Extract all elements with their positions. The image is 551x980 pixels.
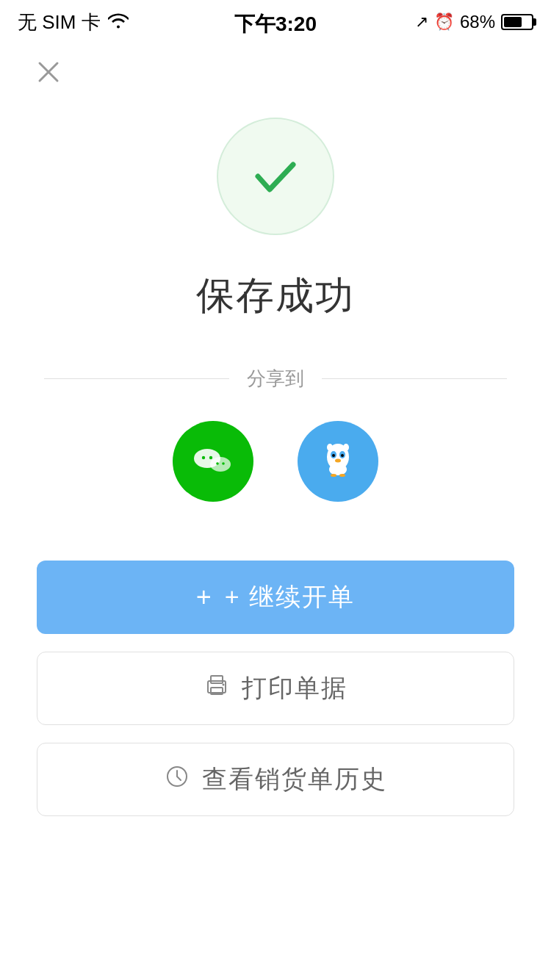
status-left: 无 SIM 卡 <box>18 10 129 35</box>
qq-share-button[interactable] <box>298 421 378 502</box>
svg-point-5 <box>209 456 212 459</box>
svg-point-3 <box>210 457 231 472</box>
divider-left <box>44 378 229 379</box>
alarm-icon: ⏰ <box>434 12 454 32</box>
wechat-share-button[interactable] <box>173 421 253 502</box>
battery-icon <box>501 14 533 30</box>
success-icon-circle <box>217 118 334 235</box>
svg-point-15 <box>331 474 336 477</box>
status-right: ↗ ⏰ 68% <box>415 12 533 32</box>
svg-point-13 <box>335 459 341 463</box>
print-label: 打印单据 <box>242 671 347 705</box>
history-icon <box>164 763 190 796</box>
svg-point-4 <box>202 456 205 459</box>
success-title: 保存成功 <box>196 270 355 322</box>
history-label: 查看销货单历史 <box>202 763 387 796</box>
status-bar: 无 SIM 卡 下午3:20 ↗ ⏰ 68% <box>0 0 551 44</box>
svg-point-11 <box>332 454 335 457</box>
print-button[interactable]: 打印单据 <box>37 652 514 725</box>
wifi-icon <box>108 11 129 34</box>
svg-point-6 <box>216 462 219 465</box>
svg-point-22 <box>223 684 225 686</box>
svg-point-17 <box>327 444 333 451</box>
close-button[interactable] <box>29 53 68 91</box>
continue-button[interactable]: + + 继续开单 <box>37 561 514 634</box>
history-button[interactable]: 查看销货单历史 <box>37 743 514 816</box>
svg-point-16 <box>339 474 345 477</box>
share-label: 分享到 <box>229 366 322 392</box>
svg-point-18 <box>343 444 349 451</box>
continue-label: + 继续开单 <box>225 580 355 614</box>
divider-right <box>322 378 507 379</box>
plus-icon: + <box>196 582 213 613</box>
svg-rect-20 <box>211 676 223 683</box>
svg-point-14 <box>329 464 347 475</box>
share-divider: 分享到 <box>0 366 551 392</box>
no-sim-text: 无 SIM 卡 <box>18 10 101 35</box>
svg-point-7 <box>222 462 225 465</box>
print-icon <box>204 672 230 705</box>
battery-percent: 68% <box>460 12 495 32</box>
status-time: 下午3:20 <box>234 10 317 38</box>
action-buttons: + + 继续开单 打印单据 查看销货单历 <box>0 561 551 816</box>
svg-point-12 <box>341 454 344 457</box>
location-icon: ↗ <box>415 12 428 32</box>
main-content: 保存成功 分享到 <box>0 44 551 816</box>
share-icons-row <box>173 421 378 502</box>
